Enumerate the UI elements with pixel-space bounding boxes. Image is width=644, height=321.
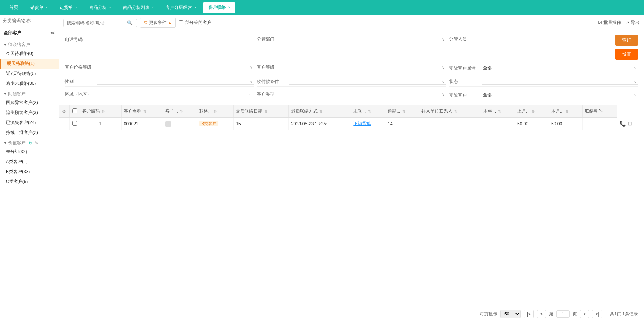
contact-action-icon[interactable]: 📞: [619, 121, 626, 127]
edit-icon[interactable]: ✎: [35, 141, 38, 146]
toolbar-search-icon[interactable]: 🔍: [127, 20, 133, 25]
per-page-select[interactable]: 50 100: [500, 310, 521, 318]
filter-area-select[interactable]: ···: [97, 91, 254, 97]
page-label: 第: [549, 311, 553, 317]
filter-person-select[interactable]: ···: [482, 36, 612, 42]
sidebar-all-customers[interactable]: 全部客户 ≪: [0, 27, 59, 39]
nav-purchase[interactable]: 进货单 ×: [55, 2, 83, 13]
sort-icon[interactable]: ⇅: [454, 109, 457, 113]
toolbar-right: ☑ 批量操作 ↗ 导出: [598, 20, 640, 26]
close-icon[interactable]: ×: [152, 6, 154, 10]
area-more-icon[interactable]: ···: [249, 92, 252, 96]
main-layout: 🔍 全部客户 ≪ ▼ 待联络客户 今天待联络(0) 明天待联络(1) 近7天待联…: [0, 15, 644, 321]
last-page-btn[interactable]: >|: [592, 310, 602, 318]
my-customers-check[interactable]: [179, 20, 183, 25]
filter-action-buttons: 查询 设置: [615, 35, 638, 60]
close-icon[interactable]: ×: [194, 6, 196, 10]
refresh-icon[interactable]: ↻: [29, 141, 32, 146]
sidebar-item-type-c[interactable]: C类客户(6): [0, 177, 59, 187]
sidebar-item-type-b[interactable]: B类客户(33): [0, 167, 59, 177]
row-checkbox[interactable]: [72, 121, 77, 126]
row-num: 1: [80, 118, 121, 130]
row-checkbox-cell: [69, 118, 80, 130]
select-all-checkbox[interactable]: [72, 108, 77, 113]
sort-icon[interactable]: ⇅: [498, 109, 501, 113]
prev-page-btn[interactable]: <: [537, 310, 546, 318]
grid-action-icon[interactable]: ⊞: [628, 121, 632, 127]
sort-icon[interactable]: ⇅: [180, 109, 183, 113]
search-input[interactable]: [67, 20, 126, 25]
nav-goods-analysis-list[interactable]: 商品分析列表 ×: [118, 2, 159, 13]
batch-ops-button[interactable]: ☑ 批量操作: [598, 20, 621, 26]
filter-person-row: 分管人员 ··· 查询 设置: [449, 35, 638, 60]
close-icon[interactable]: ×: [109, 6, 111, 10]
sidebar-item-7days[interactable]: 近7天待联络(0): [0, 69, 59, 79]
nav-customer-layer[interactable]: 客户分层经营 ×: [160, 2, 202, 13]
sort-icon[interactable]: ⇅: [102, 109, 105, 113]
table-header-gear[interactable]: ⚙: [59, 105, 69, 118]
filter-more-button[interactable]: ▽ 更多条件 ▲: [140, 18, 176, 28]
nav-home[interactable]: 首页: [4, 2, 24, 13]
filter-price-level-select[interactable]: ∨: [97, 65, 254, 70]
top-nav: 首页 销货单 × 进货单 × 商品分析 × 商品分析列表 × 客户分层经营 × …: [0, 0, 644, 15]
filter-dept-label: 分管部门: [257, 36, 286, 42]
sidebar-item-today[interactable]: 今天待联络(0): [0, 49, 59, 59]
close-icon[interactable]: ×: [46, 6, 48, 10]
chevron-down-icon: ∨: [634, 93, 637, 97]
total-info: 共1页 1条记录: [610, 311, 638, 317]
row-gear-cell: [59, 118, 69, 130]
sort-icon[interactable]: ⇅: [566, 109, 568, 113]
filter-dept-select[interactable]: ∨: [289, 37, 446, 42]
sidebar-item-tomorrow[interactable]: 明天待联络(1): [0, 59, 59, 69]
sidebar-item-loss-warning[interactable]: 流失预警客户(3): [0, 108, 59, 118]
filter-status-select[interactable]: ∨: [482, 79, 638, 85]
sort-icon[interactable]: ⇅: [402, 109, 405, 113]
sidebar-item-repurchase-abnormal[interactable]: 回购异常客户(2): [0, 98, 59, 108]
sidebar-collapse-icon[interactable]: ≪: [50, 31, 55, 35]
filter-gender-select[interactable]: ∨: [97, 79, 254, 85]
sort-icon[interactable]: ⇅: [368, 109, 371, 113]
table-header-checkbox[interactable]: [69, 105, 80, 118]
sort-icon[interactable]: ⇅: [143, 109, 146, 113]
sidebar-pending-label: 待联络客户: [8, 42, 30, 48]
table-header-year-amount: 本年... ⇅: [481, 105, 515, 118]
export-label: 导出: [631, 20, 640, 26]
set-button[interactable]: 设置: [615, 49, 638, 60]
chevron-down-icon: ∨: [250, 80, 252, 84]
sort-icon[interactable]: ⇅: [532, 109, 535, 113]
page-input[interactable]: 1: [556, 310, 570, 318]
close-icon[interactable]: ×: [228, 6, 230, 10]
table-header-code: 客户编码 ⇅: [80, 105, 121, 118]
filter-retail-customer: 零散客户 全部 ∨: [449, 90, 638, 101]
sidebar-item-lost[interactable]: 已流失客户(24): [0, 118, 59, 128]
last-method-link[interactable]: 下销货单: [353, 121, 371, 126]
sidebar-item-type-a[interactable]: A类客户(1): [0, 157, 59, 167]
more-options-icon[interactable]: ···: [608, 37, 611, 41]
filter-customer-level-select[interactable]: ∨: [289, 65, 446, 70]
export-button[interactable]: ↗ 导出: [626, 20, 640, 26]
sort-icon[interactable]: ⇅: [319, 109, 322, 113]
query-button[interactable]: 查询: [615, 35, 638, 46]
next-page-btn[interactable]: >: [580, 310, 589, 318]
my-customers-checkbox[interactable]: 我分管的客户: [179, 20, 211, 26]
filter-retail-customer-select[interactable]: 全部 ∨: [482, 91, 638, 99]
close-icon[interactable]: ×: [75, 6, 77, 10]
nav-goods-analysis[interactable]: 商品分析 ×: [84, 2, 116, 13]
row-code: 000021: [121, 118, 163, 130]
sidebar-item-declining[interactable]: 持续下滑客户(2): [0, 128, 59, 138]
triangle-icon: ▼: [4, 141, 7, 145]
filter-payment-select[interactable]: ∨: [289, 79, 446, 85]
filter-customer-type-select[interactable]: ∨: [289, 92, 446, 97]
sidebar-item-ungrouped[interactable]: 未分组(32): [0, 147, 59, 157]
filter-retail-attr-select[interactable]: 全部 ∨: [482, 64, 638, 72]
sidebar-value-header: ▼ 价值客户 ↻ ✎: [0, 138, 59, 147]
sidebar-search-input[interactable]: [3, 18, 58, 23]
nav-customer-contact[interactable]: 客户联络 ×: [203, 2, 235, 13]
sort-icon[interactable]: ⇅: [214, 109, 217, 113]
nav-sales[interactable]: 销货单 ×: [25, 2, 53, 13]
first-page-btn[interactable]: |<: [524, 310, 534, 318]
sidebar-pending-header: ▼ 待联络客户: [0, 39, 59, 49]
sort-icon[interactable]: ⇅: [265, 109, 267, 113]
sidebar-item-overdue[interactable]: 逾期未联络(30): [0, 79, 59, 89]
filter-phone-input[interactable]: [97, 36, 254, 43]
